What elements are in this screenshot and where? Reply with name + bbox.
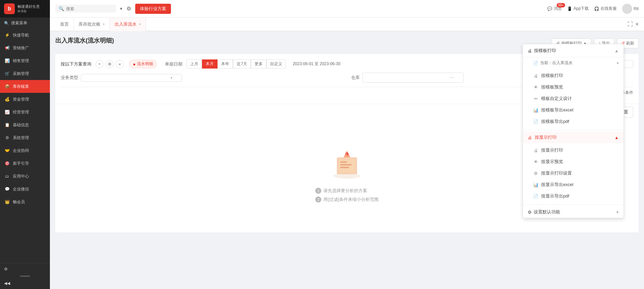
dropdown-item-template-excel[interactable]: 📊 按模板导出excel	[523, 104, 623, 116]
sidebar-item-app-center[interactable]: 🗂 应用中心	[0, 170, 50, 183]
tab-flow-close[interactable]: ×	[139, 22, 141, 27]
sidebar-search-label: 搜索菜单	[11, 20, 27, 26]
dropdown-item-template-print[interactable]: 🖨 按模板打印	[523, 70, 623, 81]
footer-settings-icon: ⚙	[528, 210, 532, 215]
basic-icon: 📋	[4, 122, 10, 128]
warehouse-more-icon[interactable]: ···	[449, 75, 454, 81]
date-btn-this-year[interactable]: 本年	[217, 59, 233, 69]
quick-nav-icon: ⚡	[4, 32, 10, 38]
online-service-icon: 🎧	[594, 6, 599, 11]
date-btn-this-month[interactable]: 本月	[202, 59, 217, 69]
display-print-subheader-title: 🖨 按显示打印	[528, 134, 557, 140]
dropdown-item-display-preview[interactable]: 👁 按显示预览	[523, 156, 623, 167]
settings-icon: ⚙	[4, 267, 8, 271]
topbar-search-box[interactable]: 🔍	[55, 5, 116, 12]
dropdown-current-item[interactable]: 📄 当前：出入库流水 ▾	[523, 57, 623, 69]
sidebar-item-system[interactable]: ⚙ 系统管理	[0, 131, 50, 144]
dropdown-current-arrow-icon: ▾	[617, 61, 619, 65]
dropdown-header-collapse-icon[interactable]: ▲	[614, 48, 619, 53]
sidebar-item-label: 库存核算	[13, 84, 29, 89]
date-btn-last-month[interactable]: 上月	[186, 59, 202, 69]
display-print-item-icon: 🖨	[533, 148, 538, 153]
tab-maximize-icon[interactable]: ⛶	[627, 21, 633, 27]
tab-flow[interactable]: 出入库流水 ×	[110, 18, 146, 31]
dropdown-footer[interactable]: ⚙ 设置默认功能 ▾	[523, 206, 623, 218]
display-excel-item-label: 按显示导出excel	[541, 182, 573, 188]
search-icon: 🔍	[4, 21, 9, 26]
dropdown-current-text: 当前：出入库流水	[540, 60, 573, 66]
tab-home[interactable]: 首页	[55, 18, 74, 31]
tab-close-all-icon[interactable]: ×	[636, 21, 639, 27]
sidebar-item-guide[interactable]: 🎯 新手引导	[0, 157, 50, 170]
filter-collapse-btn[interactable]: «	[116, 60, 124, 68]
topbar-right: 💬 消息 99+ 📱 App下载 🎧 在线客服 Rit	[547, 4, 639, 14]
filter-tag-flow-detail[interactable]: ● 流水明细	[129, 60, 157, 68]
sidebar-item-label: 系统管理	[13, 135, 29, 141]
sidebar-item-operations[interactable]: 📈 经营管理	[0, 106, 50, 119]
tab-batch-account[interactable]: 库存批次账 ×	[74, 18, 110, 31]
svg-text:!: !	[346, 153, 347, 156]
empty-svg: !	[327, 147, 367, 181]
display-print-subheader[interactable]: 🖨 按显示打印 ▲	[523, 132, 623, 143]
dropdown-item-template-pdf[interactable]: 📄 按模板导出pdf	[523, 116, 623, 127]
business-type-label: 业务类型	[61, 75, 78, 81]
template-preview-icon: 👁	[533, 84, 538, 90]
sidebar-item-sales[interactable]: 📊 销售管理	[0, 54, 50, 67]
dropdown-title-text: 按模板打印	[534, 48, 556, 54]
sidebar-item-purchase[interactable]: 🛒 采购管理	[0, 67, 50, 80]
sidebar-item-basic[interactable]: 📋 基础信息	[0, 119, 50, 131]
user-profile[interactable]: Rit	[622, 4, 639, 14]
user-name: Rit	[634, 6, 639, 11]
date-btn-7days[interactable]: 近7天	[233, 59, 251, 69]
sidebar-item-quick-nav[interactable]: ⚡ 快捷导航	[0, 29, 50, 42]
warehouse-select[interactable]: ···	[362, 73, 464, 83]
dropdown-item-display-pdf[interactable]: 📄 按显示导出pdf	[523, 190, 623, 202]
add-filter-btn[interactable]: ＋	[95, 60, 104, 68]
svg-rect-3	[340, 161, 347, 163]
sidebar-item-enterprise-wx[interactable]: 💬 企业微信	[0, 183, 50, 195]
dropdown-item-template-custom[interactable]: ✏ 模板自定义设计	[523, 93, 623, 104]
date-btn-custom[interactable]: 自定义	[266, 59, 286, 69]
trial-industry-btn[interactable]: 体验行业方案	[135, 4, 171, 14]
guide-icon: 🎯	[4, 160, 10, 166]
message-icon: 💬	[547, 6, 552, 11]
sidebar-item-finance[interactable]: 💰 资金管理	[0, 93, 50, 106]
sidebar-item-label: 畅会员	[13, 199, 25, 205]
sidebar-item-inventory[interactable]: 📦 库存核算	[0, 80, 50, 93]
display-print-icon: 🖨	[528, 135, 532, 140]
sidebar-item-search[interactable]: 🔍 搜索菜单	[0, 18, 50, 29]
template-custom-item-label: 模板自定义设计	[541, 96, 572, 102]
sidebar: b 畅捷通好生意 标准版 🔍 搜索菜单 ⚡ 快捷导航 📢 营销推广 📊	[0, 0, 50, 289]
business-type-select[interactable]: ▾	[81, 74, 182, 82]
dropdown-item-display-excel[interactable]: 📊 按显示导出excel	[523, 179, 623, 190]
message-btn[interactable]: 💬 消息 99+	[547, 6, 562, 11]
topbar-dropdown[interactable]: ▾	[120, 6, 122, 11]
display-subheader-collapse-icon: ▲	[614, 135, 619, 140]
filter-settings-btn[interactable]: ⚙	[106, 60, 114, 68]
tip-num-2: 2	[315, 196, 321, 203]
sidebar-item-label: 基础信息	[13, 122, 29, 128]
tab-batch-account-close[interactable]: ×	[103, 22, 105, 27]
refresh-label: 刷新	[626, 41, 634, 46]
online-service-btn[interactable]: 🎧 在线客服	[594, 6, 617, 11]
business-type-arrow: ▾	[171, 76, 172, 80]
display-excel-icon: 📊	[533, 182, 538, 187]
dropdown-item-template-preview[interactable]: 👁 按模板预览	[523, 81, 623, 93]
sidebar-item-enterprise[interactable]: 🤝 企业协同	[0, 144, 50, 157]
logo-icon: b	[4, 3, 15, 14]
sales-icon: 📊	[4, 58, 10, 64]
sidebar-item-marketing[interactable]: 📢 营销推广	[0, 42, 50, 54]
marketing-icon: 📢	[4, 45, 10, 51]
member-icon: 👑	[4, 199, 10, 205]
sidebar-item-label: 企业微信	[13, 186, 29, 192]
topbar-search-input[interactable]	[66, 6, 107, 11]
sidebar-bottom-settings[interactable]: ⚙	[0, 263, 50, 275]
date-btn-more[interactable]: 更多	[251, 59, 266, 69]
dropdown-item-display-print[interactable]: 🖨 按显示打印	[523, 144, 623, 156]
display-preview-item-label: 按显示预览	[541, 159, 563, 165]
sidebar-item-member[interactable]: 👑 畅会员	[0, 195, 50, 208]
dropdown-item-display-print-settings[interactable]: ⚙ 按显示打印设置	[523, 167, 623, 179]
sidebar-collapse-btn[interactable]: ◀◀	[0, 278, 50, 289]
settings-gear-icon[interactable]: ⚙	[126, 5, 131, 12]
app-download-btn[interactable]: 📱 App下载	[567, 6, 589, 11]
